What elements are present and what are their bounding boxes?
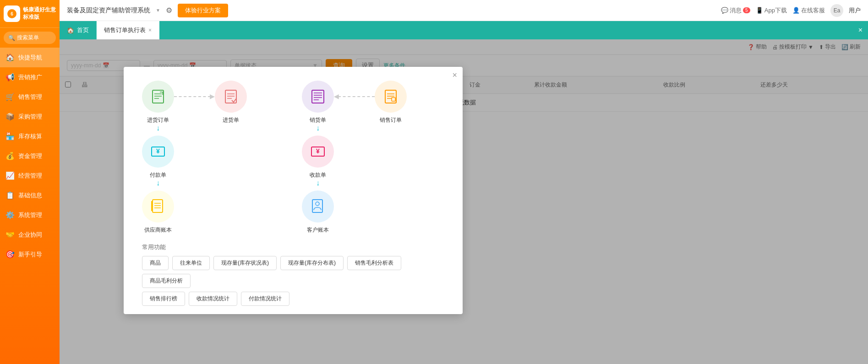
arrow-down-sales: ↓ [316, 124, 320, 136]
sales-order-label: 销售订单 [380, 116, 402, 124]
purchase-receipt-circle [215, 81, 247, 113]
flow-modal: × [124, 67, 463, 314]
purchase-receipt-label: 进货单 [223, 116, 239, 124]
operations-icon: 📈 [5, 171, 15, 180]
sidebar-item-quick-nav[interactable]: 🏠 快捷导航 [0, 48, 60, 67]
svg-text:¥: ¥ [316, 147, 320, 155]
purchase-order-label: 进货订单 [147, 116, 169, 124]
modal-overlay[interactable]: × [60, 39, 868, 364]
guide-icon: 🎯 [5, 250, 15, 259]
sales-icon: 🛒 [5, 92, 15, 101]
user-avatar[interactable]: Ea [830, 4, 843, 17]
flow-item-purchase-receipt[interactable]: 进货单 [215, 81, 247, 124]
marketing-icon: 📢 [5, 73, 15, 81]
sales-order-circle [375, 81, 407, 113]
sidebar-item-guide[interactable]: 🎯 新手引导 [0, 244, 60, 264]
home-icon: 🏠 [67, 27, 74, 34]
sidebar-item-finance[interactable]: 💰 资金管理 [0, 146, 60, 166]
svg-rect-12 [151, 201, 153, 211]
top-bar: 装备及固定资产辅助管理系统 ▼ ⚙ 体验行业方案 💬 消息 5 📱 App下载 … [60, 0, 868, 21]
btn-product-profit[interactable]: 商品毛利分析 [142, 274, 191, 288]
sidebar: 6 畅康通好生意 标准版 🔍 搜索菜单 🏠 快捷导航 📢 营销推广 [0, 0, 60, 364]
flow-item-sales-receipt[interactable]: 销货单 [302, 81, 334, 124]
btn-stock-status[interactable]: 现存量(库存状况表) [213, 256, 277, 270]
online-service-icon: 👤 [792, 7, 800, 14]
purchase-order-circle [142, 81, 174, 113]
flow-section: 进货订单 ↓ ¥ [124, 67, 463, 243]
experience-btn[interactable]: 体验行业方案 [178, 4, 228, 17]
flow-item-sales-order[interactable]: 销售订单 [375, 81, 407, 124]
app-download-button[interactable]: 📱 App下载 [756, 6, 787, 15]
tab-home[interactable]: 🏠 首页 [60, 21, 97, 39]
system-title: 装备及固定资产辅助管理系统 [67, 6, 150, 15]
message-badge: 5 [743, 7, 750, 13]
sidebar-item-basic-info[interactable]: 📋 基础信息 [0, 185, 60, 205]
tab-bar: 🏠 首页 销售订单执行表 × × [60, 21, 868, 39]
online-service-button[interactable]: 👤 在线客服 [792, 6, 825, 15]
sidebar-item-sales[interactable]: 🛒 销售管理 [0, 87, 60, 107]
svg-rect-24 [312, 200, 322, 212]
modal-close-button[interactable]: × [452, 71, 457, 80]
common-section: 常用功能 商品 往来单位 现存量(库存状况表) 现存量(库存分布表) 销售毛利分… [124, 243, 463, 314]
sidebar-item-enterprise[interactable]: 🤝 企业协同 [0, 225, 60, 244]
sidebar-item-system[interactable]: ⚙️ 系统管理 [0, 205, 60, 225]
receipt-voucher-label: 收款单 [310, 171, 326, 179]
btn-stock-dist[interactable]: 现存量(库存分布表) [280, 256, 344, 270]
tab-close-icon[interactable]: × [148, 27, 152, 33]
btn-receipt-stats[interactable]: 收款情况统计 [189, 292, 237, 306]
btn-sales-profit[interactable]: 销售毛利分析表 [347, 256, 401, 270]
sales-receipt-label: 销货单 [310, 116, 326, 124]
payment-label: 付款单 [150, 171, 166, 179]
message-button[interactable]: 💬 消息 5 [721, 6, 750, 15]
sales-order-col: 销售订单 [375, 81, 407, 124]
payment-circle: ¥ [142, 136, 174, 168]
main-content: 装备及固定资产辅助管理系统 ▼ ⚙ 体验行业方案 💬 消息 5 📱 App下载 … [60, 0, 868, 364]
arrow-down-2: ↓ [156, 179, 160, 190]
sales-receipt-circle [302, 81, 334, 113]
logo-icon: 6 [4, 5, 20, 22]
flow-item-purchase-order[interactable]: 进货订单 [142, 81, 174, 124]
flow-item-receipt-voucher[interactable]: ¥ 收款单 [302, 136, 334, 179]
quick-nav-icon: 🏠 [5, 53, 15, 62]
svg-rect-30 [392, 98, 395, 101]
logo-text: 畅康通好生意 标准版 [23, 6, 56, 21]
supplier-ledger-circle [142, 190, 174, 223]
btn-payment-stats[interactable]: 付款情况统计 [241, 292, 289, 306]
sidebar-item-purchase[interactable]: 📦 采购管理 [0, 107, 60, 126]
app-download-icon: 📱 [756, 7, 763, 14]
sidebar-search-area: 🔍 搜索菜单 [0, 28, 60, 48]
sidebar-item-inventory[interactable]: 🏪 库存核算 [0, 126, 60, 146]
search-menu-button[interactable]: 🔍 搜索菜单 [4, 32, 56, 44]
flow-item-payment[interactable]: ¥ 付款单 [142, 136, 174, 179]
flow-item-supplier-ledger[interactable]: 供应商账本 [142, 190, 174, 234]
btn-product[interactable]: 商品 [142, 256, 169, 270]
sales-flow: 销货单 ↓ ¥ [302, 81, 334, 234]
purchase-receipt-col: 进货单 [215, 81, 247, 124]
common-btns-row2: 销售排行榜 收款情况统计 付款情况统计 [142, 292, 444, 306]
sidebar-item-operations[interactable]: 📈 经营管理 [0, 166, 60, 185]
btn-sales-rank[interactable]: 销售排行榜 [142, 292, 185, 306]
receipt-voucher-circle: ¥ [302, 136, 334, 168]
arrow-down-customer: ↓ [316, 179, 320, 190]
finance-icon: 💰 [5, 152, 15, 160]
tab-sales-order[interactable]: 销售订单执行表 × [97, 21, 159, 39]
svg-rect-17 [312, 90, 324, 103]
h-arrow-2: ◀ [334, 81, 375, 100]
svg-rect-8 [153, 200, 163, 212]
system-title-dropdown-icon[interactable]: ▼ [156, 8, 160, 13]
basic-info-icon: 📋 [5, 191, 15, 200]
purchase-icon: 📦 [5, 112, 15, 121]
inventory-icon: 🏪 [5, 132, 15, 141]
sidebar-nav: 🏠 快捷导航 📢 营销推广 🛒 销售管理 📦 采购管理 🏪 库存核算 💰 [0, 48, 60, 364]
top-bar-actions: 💬 消息 5 📱 App下载 👤 在线客服 Ea 用户 [721, 4, 861, 17]
flow-item-customer-ledger[interactable]: 客户账本 [302, 190, 334, 234]
svg-text:6: 6 [11, 11, 13, 16]
tab-bar-close-icon[interactable]: × [858, 26, 863, 34]
message-icon: 💬 [721, 7, 728, 14]
settings-icon[interactable]: ⚙ [166, 6, 172, 15]
sidebar-item-marketing[interactable]: 📢 营销推广 [0, 67, 60, 87]
btn-partner[interactable]: 往来单位 [172, 256, 210, 270]
customer-ledger-circle [302, 190, 334, 223]
top-bar-left: 装备及固定资产辅助管理系统 ▼ ⚙ 体验行业方案 [67, 4, 228, 17]
purchase-flow: 进货订单 ↓ ¥ [142, 81, 174, 234]
